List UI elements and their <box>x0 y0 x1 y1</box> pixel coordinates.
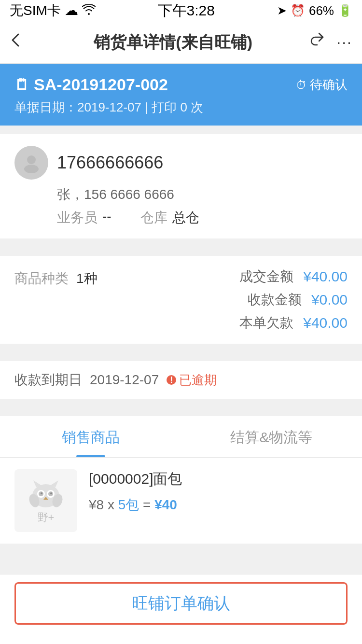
product-types-value: 1种 <box>76 269 97 288</box>
tabs-row: 销售商品 结算&物流等 <box>0 416 362 458</box>
received-value: ¥0.00 <box>311 292 348 308</box>
product-price: ¥8 x 5包 = ¥40 <box>89 496 348 514</box>
svg-point-0 <box>27 155 36 164</box>
battery-text: 66% <box>309 3 334 18</box>
tab-settlement-logistics[interactable]: 结算&物流等 <box>181 416 362 457</box>
share-icon[interactable] <box>307 31 325 53</box>
order-id: 🗒 SA-20191207-002 <box>14 75 168 94</box>
status-left: 无SIM卡 ☁ <box>10 1 96 20</box>
product-types-label: 商品种类 <box>14 269 69 288</box>
tab-sales-products[interactable]: 销售商品 <box>0 416 181 457</box>
confirm-button-area: 旺铺订单确认 <box>0 574 362 644</box>
product-thumb-label: 野+ <box>27 510 65 525</box>
alarm-icon: ⏰ <box>291 4 305 17</box>
payment-due-date: 2019-12-07 <box>90 372 159 388</box>
customer-details: 业务员 -- 仓库 总仓 <box>14 209 348 227</box>
page-title: 销货单详情(来自旺铺) <box>39 31 307 54</box>
product-info: [0000002]面包 ¥8 x 5包 = ¥40 <box>89 469 348 514</box>
warehouse-label: 仓库 <box>140 209 167 227</box>
payment-due-label: 收款到期日 <box>14 371 82 389</box>
svg-point-1 <box>24 165 39 173</box>
svg-point-9 <box>41 492 42 494</box>
tabs-section: 销售商品 结算&物流等 <box>0 416 362 458</box>
salesperson-value: -- <box>102 209 111 227</box>
avatar <box>14 146 48 180</box>
owed-row: 本单欠款 ¥40.00 <box>239 314 348 332</box>
status-time: 下午3:28 <box>158 1 215 21</box>
order-status: ⏱ 待确认 <box>295 76 348 93</box>
customer-row: 17666666666 <box>14 146 348 180</box>
overdue-text: 已逾期 <box>179 372 217 389</box>
warehouse-detail: 仓库 总仓 <box>140 209 199 227</box>
clock-icon: ⏱ <box>295 78 307 92</box>
nav-actions: ··· <box>307 31 352 53</box>
battery-icon: 🔋 <box>338 4 352 17</box>
product-name: [0000002]面包 <box>89 469 348 489</box>
received-row: 收款金额 ¥0.00 <box>248 291 348 309</box>
summary-right: 成交金额 ¥40.00 收款金额 ¥0.00 本单欠款 ¥40.00 <box>239 267 348 332</box>
more-icon[interactable]: ··· <box>336 33 352 51</box>
svg-point-10 <box>50 492 52 494</box>
summary-section: 商品种类 1种 成交金额 ¥40.00 收款金额 ¥0.00 本单欠款 ¥40.… <box>0 256 362 344</box>
salesperson-detail: 业务员 -- <box>57 209 111 227</box>
multiply-sign: x <box>108 497 114 512</box>
confirm-order-button[interactable]: 旺铺订单确认 <box>14 582 348 625</box>
no-sim-text: 无SIM卡 ☁ <box>10 1 78 20</box>
product-section: 野+ [0000002]面包 ¥8 x 5包 = ¥40 <box>0 458 362 544</box>
divider-3 <box>0 352 362 361</box>
order-header: 🗒 SA-20191207-002 ⏱ 待确认 单据日期：2019-12-07 … <box>0 64 362 126</box>
summary-left: 商品种类 1种 <box>14 267 97 332</box>
qty-value: 5包 <box>118 497 139 512</box>
transaction-label: 成交金额 <box>239 267 293 286</box>
divider-4 <box>0 407 362 416</box>
equals-sign: = <box>143 497 151 512</box>
owed-value: ¥40.00 <box>303 315 348 331</box>
order-doc-icon: 🗒 <box>14 77 29 93</box>
status-right: ➤ ⏰ 66% 🔋 <box>277 3 352 18</box>
salesperson-label: 业务员 <box>57 209 97 227</box>
total-value: ¥40 <box>154 497 177 512</box>
order-date: 单据日期：2019-12-07 | 打印 0 次 <box>14 99 348 116</box>
transaction-value: ¥40.00 <box>303 268 348 285</box>
overdue-badge: ! 已逾期 <box>167 372 217 389</box>
payment-section: 收款到期日 2019-12-07 ! 已逾期 <box>0 361 362 399</box>
price-value: ¥8 <box>89 497 104 512</box>
transaction-row: 成交金额 ¥40.00 <box>239 267 348 286</box>
divider-1 <box>0 126 362 134</box>
warehouse-value: 总仓 <box>172 209 199 227</box>
customer-meta: 张，156 6666 6666 <box>14 185 348 204</box>
customer-section: 17666666666 张，156 6666 6666 业务员 -- 仓库 总仓 <box>0 134 362 238</box>
back-button[interactable] <box>10 31 39 53</box>
status-bar: 无SIM卡 ☁ 下午3:28 ➤ ⏰ 66% 🔋 <box>0 0 362 21</box>
location-icon: ➤ <box>277 4 287 17</box>
received-label: 收款金额 <box>248 291 302 309</box>
owed-label: 本单欠款 <box>239 314 293 332</box>
nav-bar: 销货单详情(来自旺铺) ··· <box>0 21 362 64</box>
product-thumbnail: 野+ <box>14 469 77 532</box>
wifi-signal <box>82 3 96 18</box>
divider-2 <box>0 247 362 256</box>
overdue-icon: ! <box>167 375 176 385</box>
customer-phone: 17666666666 <box>57 153 163 173</box>
